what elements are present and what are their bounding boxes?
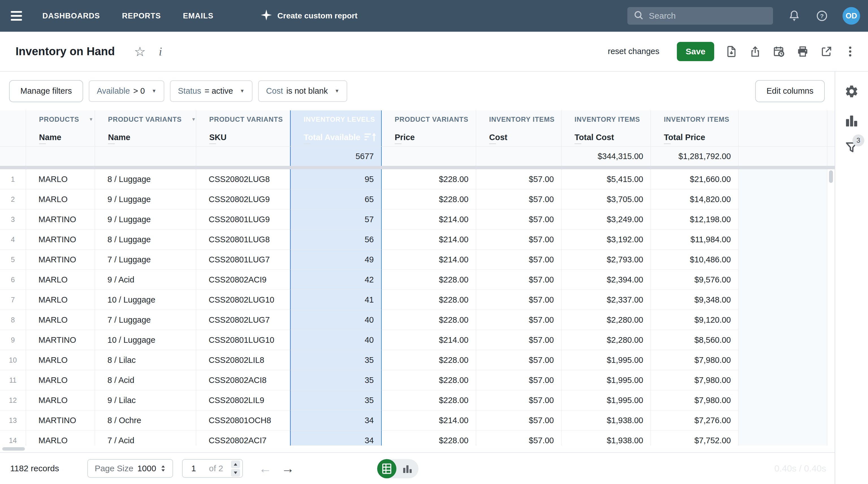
cell-total_price: $7,276.00 bbox=[651, 410, 739, 430]
menu-icon[interactable] bbox=[11, 11, 22, 21]
scrollbar-column bbox=[827, 250, 835, 270]
cell-product_name: MARTINO bbox=[26, 209, 95, 230]
sort-descending-icon[interactable] bbox=[364, 132, 377, 143]
column-header-sku[interactable]: SKU bbox=[196, 129, 290, 146]
table-row: 9MARTINO10 / LuggageCSS20801LUG1040$214.… bbox=[0, 330, 835, 350]
page-down-button[interactable] bbox=[231, 469, 240, 477]
vertical-scrollbar-thumb[interactable] bbox=[829, 170, 833, 183]
cell-variant_name: 9 / Acid bbox=[95, 270, 196, 290]
cell-price: $214.00 bbox=[382, 209, 476, 230]
info-icon[interactable]: i bbox=[159, 45, 162, 58]
page-size-select[interactable]: Page Size 1000 bbox=[87, 459, 173, 478]
cell-total_cost: $1,995.00 bbox=[561, 390, 651, 410]
share-icon[interactable] bbox=[749, 45, 762, 58]
nav-item-emails[interactable]: EMAILS bbox=[183, 11, 214, 20]
cell-total_cost: $2,280.00 bbox=[561, 310, 651, 330]
cell-cost: $57.00 bbox=[476, 350, 561, 370]
column-group-label: INVENTORY LEVELS bbox=[304, 115, 375, 123]
reset-changes-link[interactable]: reset changes bbox=[608, 47, 659, 56]
filter-chip-status[interactable]: Status = active ▼ bbox=[170, 80, 252, 102]
column-group-label: INVENTORY ITEMS bbox=[489, 115, 555, 123]
cell-product_name: MARLO bbox=[26, 189, 95, 209]
column-group-total_price[interactable]: INVENTORY ITEMS▼ bbox=[651, 110, 739, 129]
filler-column bbox=[739, 350, 827, 370]
cell-variant_name: 9 / Luggage bbox=[95, 189, 196, 209]
filler-column bbox=[739, 230, 827, 250]
scrollbar-column bbox=[827, 209, 835, 230]
chart-view-button[interactable] bbox=[396, 464, 418, 474]
cell-total_price: $9,348.00 bbox=[651, 290, 739, 310]
edit-columns-button[interactable]: Edit columns bbox=[755, 80, 825, 102]
cell-cost: $57.00 bbox=[476, 230, 561, 250]
manage-filters-button[interactable]: Manage filters bbox=[9, 80, 83, 102]
cell-total_price: $7,980.00 bbox=[651, 370, 739, 390]
previous-page-arrow[interactable]: ← bbox=[259, 462, 272, 475]
column-header-total_cost[interactable]: Total Cost bbox=[561, 129, 651, 146]
favorite-star-icon[interactable]: ☆ bbox=[134, 45, 146, 58]
search-box[interactable] bbox=[627, 7, 773, 25]
table-row: 1MARLO8 / LuggageCSS20802LUG895$228.00$5… bbox=[0, 169, 835, 189]
column-group-label: INVENTORY ITEMS bbox=[664, 115, 730, 123]
page-number-control[interactable]: 1 of 2 bbox=[182, 459, 243, 478]
cell-total_cost: $1,995.00 bbox=[561, 370, 651, 390]
help-icon[interactable]: ? bbox=[815, 9, 829, 22]
summary-cell-product_name bbox=[26, 147, 95, 166]
cell-total_price: $7,980.00 bbox=[651, 390, 739, 410]
print-icon[interactable] bbox=[796, 45, 809, 58]
nav-item-reports[interactable]: REPORTS bbox=[122, 11, 161, 20]
column-header-price[interactable]: Price bbox=[382, 129, 476, 146]
cell-product_name: MARLO bbox=[26, 169, 95, 189]
more-menu-icon[interactable] bbox=[844, 45, 857, 58]
column-header-variant_name[interactable]: Name bbox=[95, 129, 196, 146]
column-group-price[interactable]: PRODUCT VARIANTS▼ bbox=[382, 110, 476, 129]
cell-price: $228.00 bbox=[382, 189, 476, 209]
column-header-total_price[interactable]: Total Price bbox=[651, 129, 739, 146]
create-custom-report-button[interactable]: Create custom report bbox=[260, 9, 358, 23]
filter-chip-available[interactable]: Available > 0 ▼ bbox=[89, 80, 164, 102]
cell-total_cost: $1,995.00 bbox=[561, 350, 651, 370]
search-input[interactable] bbox=[649, 11, 767, 21]
cell-cost: $57.00 bbox=[476, 169, 561, 189]
row-number: 6 bbox=[0, 270, 26, 290]
cell-product_name: MARLO bbox=[26, 310, 95, 330]
chart-panel-icon[interactable] bbox=[844, 114, 859, 129]
filters-panel-icon[interactable]: 3 bbox=[844, 140, 859, 156]
cell-price: $228.00 bbox=[382, 370, 476, 390]
nav-item-dashboards[interactable]: DASHBOARDS bbox=[42, 11, 100, 20]
cell-total_cost: $2,337.00 bbox=[561, 290, 651, 310]
cell-total_available: 40 bbox=[290, 330, 382, 350]
schedule-icon[interactable] bbox=[772, 45, 785, 58]
table-row: 8MARLO7 / LuggageCSS20802LUG740$228.00$5… bbox=[0, 310, 835, 330]
cell-total_price: $21,660.00 bbox=[651, 169, 739, 189]
cell-price: $214.00 bbox=[382, 250, 476, 270]
column-group-header-row: PRODUCTS▼PRODUCT VARIANTS▼PRODUCT VARIAN… bbox=[0, 110, 835, 129]
column-group-sku[interactable]: PRODUCT VARIANTS▼ bbox=[196, 110, 290, 129]
column-group-variant_name[interactable]: PRODUCT VARIANTS▼ bbox=[95, 110, 196, 129]
column-group-product_name[interactable]: PRODUCTS▼ bbox=[26, 110, 95, 129]
filler-column bbox=[739, 110, 827, 129]
column-group-total_cost[interactable]: INVENTORY ITEMS▼ bbox=[561, 110, 651, 129]
column-header-total_available[interactable]: Total Available bbox=[290, 129, 382, 146]
scrollbar-column bbox=[827, 147, 835, 166]
next-page-arrow[interactable]: → bbox=[281, 462, 294, 475]
column-group-cost[interactable]: INVENTORY ITEMS▼ bbox=[476, 110, 561, 129]
summary-cell-total_available: 5677 bbox=[290, 147, 382, 166]
page-up-button[interactable] bbox=[231, 460, 240, 468]
filter-condition: = active bbox=[205, 86, 233, 96]
horizontal-scrollbar-thumb[interactable] bbox=[2, 447, 25, 451]
avatar[interactable]: OD bbox=[842, 7, 860, 25]
notifications-bell-icon[interactable] bbox=[788, 9, 801, 22]
column-group-total_available[interactable]: INVENTORY LEVELS▼ bbox=[290, 110, 382, 129]
column-header-product_name[interactable]: Name bbox=[26, 129, 95, 146]
cell-sku: CSS20802ACI7 bbox=[196, 430, 290, 446]
filter-chip-cost[interactable]: Cost is not blank ▼ bbox=[258, 80, 347, 102]
cell-product_name: MARLO bbox=[26, 370, 95, 390]
open-in-new-icon[interactable] bbox=[820, 45, 833, 58]
save-button[interactable]: Save bbox=[677, 42, 714, 61]
column-header-cost[interactable]: Cost bbox=[476, 129, 561, 146]
filter-count-badge: 3 bbox=[852, 135, 864, 146]
settings-gear-icon[interactable] bbox=[844, 84, 859, 100]
table-view-button[interactable] bbox=[377, 459, 396, 478]
filter-bar: Manage filters Available > 0 ▼ Status = … bbox=[0, 72, 835, 110]
export-file-icon[interactable] bbox=[725, 45, 738, 58]
